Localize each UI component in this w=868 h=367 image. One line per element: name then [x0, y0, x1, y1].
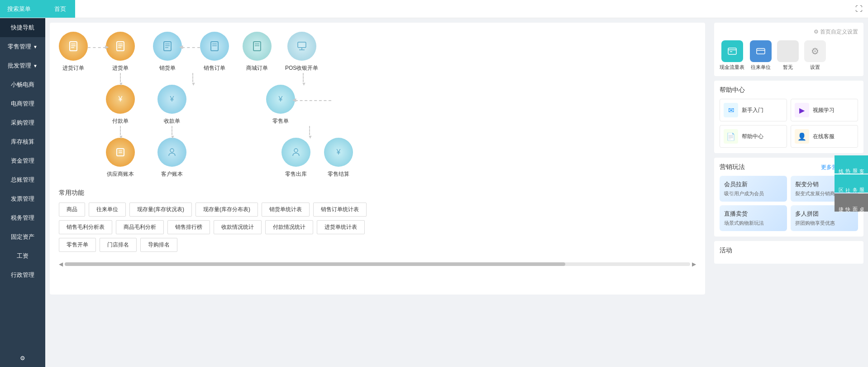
- arrow-down-purchase: ▼: [106, 73, 135, 82]
- func-payment-stat[interactable]: 付款情况统计: [265, 220, 313, 234]
- float-buttons: 客服热线 服务社区 桌面快捷: [835, 155, 868, 212]
- mall-order-icon[interactable]: [243, 32, 272, 61]
- func-sales-rank[interactable]: 销售排行榜: [167, 220, 210, 234]
- help-beginner[interactable]: ✉ 新手入门: [720, 99, 787, 121]
- partners-icon: [750, 40, 772, 62]
- horizontal-scrollbar[interactable]: ◀ ▶: [59, 261, 696, 267]
- sidebar-item-purchase[interactable]: 采购管理: [0, 113, 45, 132]
- quick-icon-cashflow[interactable]: 现金流量表: [720, 40, 744, 71]
- payment-icon[interactable]: ¥: [106, 85, 135, 114]
- supplier-account-icon[interactable]: [106, 138, 135, 167]
- marketing-member[interactable]: 会员拉新 吸引用户成为会员: [720, 176, 787, 202]
- help-video[interactable]: ▶ 视频学习: [791, 99, 858, 121]
- settings-label: 设置: [810, 64, 820, 71]
- func-row2: 销售毛利分析表 商品毛利分析 销售排行榜 收款情况统计 付款情况统计 进货单统计…: [59, 220, 696, 234]
- quick-icon-settings[interactable]: ⚙ 设置: [804, 40, 826, 71]
- scroll-left-arrow[interactable]: ◀: [59, 261, 63, 267]
- retail-order-icon[interactable]: ¥: [266, 85, 295, 114]
- scroll-right-arrow[interactable]: ▶: [692, 261, 696, 267]
- float-customer-service[interactable]: 客服热线: [835, 155, 868, 174]
- flow-diagram: 进货订单 ▶ →: [59, 32, 696, 178]
- arrow-2: ◀: [182, 47, 200, 48]
- func-receipt-stat[interactable]: 收款情况统计: [214, 220, 262, 234]
- retail-out-icon[interactable]: [281, 138, 310, 167]
- group-desc: 拼团购物享受优惠: [795, 220, 854, 227]
- tab-home[interactable]: 首页: [45, 0, 75, 18]
- sidebar-item-tax[interactable]: 税务管理: [0, 208, 45, 227]
- sidebar-item-ledger[interactable]: 总账管理: [0, 170, 45, 189]
- sidebar-item-admin[interactable]: 行政管理: [0, 266, 45, 285]
- func-sales-order-stat[interactable]: 销售订单统计表: [313, 203, 367, 217]
- svg-rect-13: [211, 42, 218, 51]
- help-title: 帮助中心: [720, 86, 858, 94]
- customize-setting-btn[interactable]: ⚙ 首页自定义设置: [814, 28, 858, 36]
- func-purchase-stat[interactable]: 进货单统计表: [317, 220, 365, 234]
- sidebar-item-ecommerce[interactable]: 电商管理: [0, 94, 45, 113]
- sidebar-item-invoice[interactable]: 发票管理: [0, 189, 45, 208]
- retail-out-label: 零售出库: [285, 170, 307, 178]
- sidebar-item-quicknav[interactable]: 快捷导航: [0, 18, 45, 37]
- func-stock-dist[interactable]: 现存量(库存分布表): [196, 203, 258, 217]
- scrollbar-track[interactable]: [65, 262, 690, 266]
- func-store-rank[interactable]: 门店排名: [100, 238, 137, 252]
- func-sales-gross[interactable]: 销售毛利分析表: [59, 220, 112, 234]
- func-retail-order[interactable]: 零售开单: [59, 238, 96, 252]
- sidebar-item-fixed-assets[interactable]: 固定资产: [0, 227, 45, 246]
- func-stock-status[interactable]: 现存量(库存状况表): [129, 203, 192, 217]
- func-row1: 商品 往来单位 现存量(库存状况表) 现存量(库存分布表) 销货单统计表 销售订…: [59, 203, 696, 217]
- sidebar-item-payroll[interactable]: 工资: [0, 246, 45, 266]
- node-receipt: ¥ 收款单: [157, 85, 186, 125]
- pos-cashier-label: POS收银开单: [285, 64, 318, 72]
- mall-order-label: 商城订单: [246, 64, 268, 72]
- node-pos-cashier: POS收银开单: [285, 32, 318, 72]
- search-menu-button[interactable]: 搜索菜单: [0, 0, 45, 18]
- float-service-community[interactable]: 服务社区: [835, 174, 868, 193]
- diagram-arrows-row2: ▼ ▼ ▼: [59, 126, 696, 135]
- scrollbar-thumb: [65, 262, 565, 266]
- none-icon: [777, 40, 799, 62]
- node-retail-order: ¥ 零售单: [266, 85, 295, 125]
- func-sales-bill-stat[interactable]: 销货单统计表: [262, 203, 310, 217]
- quick-icon-partners[interactable]: 往来单位: [750, 40, 772, 71]
- node-customer-account: 客户账本: [157, 138, 186, 178]
- top-bar: 搜索菜单 首页 ⛶: [0, 0, 868, 18]
- arrow-down-salesorder: ▼: [289, 73, 318, 82]
- sidebar-item-wholesale[interactable]: 批发管理 ▼: [0, 56, 45, 75]
- sidebar-settings-button[interactable]: ⚙: [0, 349, 45, 367]
- svg-rect-9: [164, 42, 171, 51]
- svg-rect-25: [117, 149, 124, 156]
- help-online[interactable]: 👤 在线客服: [791, 125, 858, 148]
- pos-cashier-icon[interactable]: [287, 32, 316, 61]
- quick-icon-none[interactable]: 暂无: [777, 40, 799, 71]
- arrow-down-receipt: ▼: [157, 126, 186, 135]
- fullscreen-button[interactable]: ⛶: [854, 3, 864, 15]
- retail-settle-label: 零售结算: [328, 170, 349, 178]
- func-guide-rank[interactable]: 导购排名: [140, 238, 177, 252]
- marketing-live[interactable]: 直播卖货 场景式购物新玩法: [720, 205, 787, 231]
- member-desc: 吸引用户成为会员: [724, 190, 782, 197]
- svg-rect-0: [70, 42, 77, 51]
- svg-rect-16: [253, 42, 261, 51]
- sales-bill-icon[interactable]: [153, 32, 182, 61]
- customer-account-icon[interactable]: [157, 138, 186, 167]
- help-center[interactable]: 📄 帮助中心: [720, 125, 787, 148]
- purchase-bill-label: 进货单: [112, 64, 129, 72]
- purchase-order-icon[interactable]: [59, 32, 88, 61]
- svg-rect-34: [757, 48, 765, 54]
- sidebar-item-inventory[interactable]: 库存核算: [0, 132, 45, 151]
- func-product[interactable]: 商品: [59, 203, 85, 217]
- float-desktop-shortcut[interactable]: 桌面快捷: [835, 193, 868, 212]
- node-mall-order: 商城订单: [243, 32, 272, 72]
- func-product-gross[interactable]: 商品毛利分析: [116, 220, 164, 234]
- sidebar-item-ecommerce-small[interactable]: 小畅电商: [0, 75, 45, 94]
- online-service-label: 在线客服: [813, 133, 835, 140]
- retail-settle-icon[interactable]: ¥: [324, 138, 353, 167]
- supplier-account-label: 供应商账本: [107, 170, 134, 178]
- sidebar-item-retail[interactable]: 零售管理 ▼: [0, 37, 45, 56]
- purchase-bill-icon[interactable]: →: [106, 32, 135, 61]
- receipt-icon[interactable]: ¥: [157, 85, 186, 114]
- sales-order-icon[interactable]: [200, 32, 229, 61]
- func-partners[interactable]: 往来单位: [89, 203, 126, 217]
- sidebar-item-finance[interactable]: 资金管理: [0, 151, 45, 170]
- svg-text:→: →: [119, 43, 122, 48]
